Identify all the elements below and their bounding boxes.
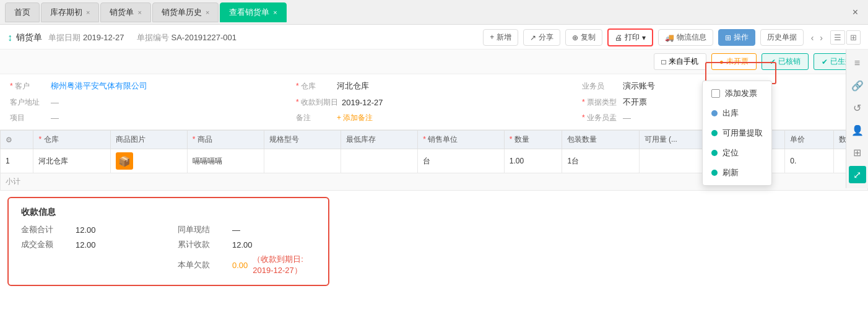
col-qty: 数量 (504, 131, 562, 149)
row-no: 1 (1, 149, 33, 173)
owed-row: 本单欠款 0.00 （收款到期日: 2019-12-27） (178, 254, 316, 276)
dropdown-outbound[interactable]: 出库 (703, 103, 771, 123)
payment-section: 收款信息 金额合计 12.00 同单现结 — 成交金额 12.00 累计收款 1… (7, 197, 329, 286)
total-received-row: 累计收款 12.00 (178, 239, 316, 250)
address-value: — (51, 98, 59, 107)
tab-home[interactable]: 首页 (5, 2, 40, 22)
row-qty: 1.00 (504, 149, 562, 173)
doc-no-value: SA-20191227-001 (171, 33, 237, 42)
grid-view-icon[interactable]: ⊞ (846, 30, 861, 45)
dropdown-available-qty[interactable]: 可用量提取 (703, 123, 771, 143)
sidebar-grid-icon[interactable]: ⊞ (849, 144, 866, 161)
customer-value[interactable]: 柳州粤港平安气体有限公司 (51, 80, 147, 92)
row-unit: 台 (418, 149, 504, 173)
col-img: 商品图片 (110, 131, 187, 149)
tab-close-sales[interactable]: × (137, 9, 141, 16)
address-field: 客户地址 — (10, 97, 286, 108)
tab-bar: 首页 库存期初 × 销货单 × 销货单历史 × 查看销货单 × × (0, 0, 868, 25)
product-image: 📦 (116, 152, 133, 170)
list-view-icon[interactable]: ☰ (830, 30, 845, 45)
doc-icon: ↕ (7, 32, 12, 43)
doc-date-value: 2019-12-27 (83, 33, 124, 42)
prev-arrow[interactable]: ‹ (809, 32, 817, 44)
project-value: — (51, 113, 59, 123)
row-pack-qty: 1台 (562, 149, 639, 173)
doc-header-row: ↕ 销货单 单据日期 2019-12-27 单据编号 SA-20191227-0… (0, 25, 868, 50)
sidebar-refresh-icon[interactable]: ↺ (849, 99, 866, 116)
tab-close-view[interactable]: × (273, 9, 277, 16)
dot-icon (711, 170, 718, 176)
sales2-value: — (623, 113, 631, 123)
from-phone-button[interactable]: □ 来自手机 (654, 53, 706, 70)
dropdown-refresh[interactable]: 刷新 (703, 163, 771, 183)
payment-grid: 金额合计 12.00 同单现结 — 成交金额 12.00 累计收款 12.00 … (21, 224, 316, 276)
doc-date: 单据日期 2019-12-27 (48, 32, 124, 43)
amount-value: 12.00 (76, 225, 96, 235)
copy-button[interactable]: ⊕ 复制 (565, 29, 602, 46)
col-settings[interactable]: ⚙ (1, 131, 33, 149)
sidebar-link-icon[interactable]: 🔗 (849, 77, 866, 94)
col-min-stock: 最低库存 (341, 131, 418, 149)
uninvoiced-button[interactable]: ● 未开票 (711, 53, 757, 70)
due-date-value: 2019-12-27 (342, 98, 383, 107)
col-price: 单价 (785, 131, 833, 149)
total-received-value: 12.00 (232, 240, 253, 250)
row-spec (264, 149, 341, 173)
next-arrow[interactable]: › (817, 32, 825, 44)
checkbox-icon (711, 89, 720, 98)
due-date-field: 收款到期日 2019-12-27 (296, 97, 572, 108)
payment-title: 收款信息 (21, 207, 316, 218)
share-button[interactable]: ↗ 分享 (523, 29, 560, 46)
dropdown-add-invoice[interactable]: 添加发票 (703, 84, 771, 103)
verified-button[interactable]: ✔ 已核销 (762, 53, 809, 70)
window-close-button[interactable]: × (848, 7, 863, 18)
col-product: 商品 (187, 131, 264, 149)
main-area: ↕ 销货单 单据日期 2019-12-27 单据编号 SA-20191227-0… (0, 25, 868, 330)
tab-close-inventory[interactable]: × (86, 9, 90, 16)
history-button[interactable]: 历史单据 (760, 29, 804, 46)
new-button[interactable]: + 新增 (483, 29, 518, 46)
doc-title: ↕ 销货单 (7, 32, 42, 43)
customer-field: 客户 柳州粤港平安气体有限公司 (10, 80, 286, 92)
deal-amount-row: 成交金额 12.00 (21, 239, 159, 250)
project-field: 项目 — (10, 113, 286, 123)
print-icon: 🖨 (615, 33, 622, 42)
ticket-value: 不开票 (623, 97, 647, 108)
add-note-button[interactable]: + 添加备注 (337, 113, 373, 123)
same-order-value: — (232, 225, 240, 235)
col-pack-qty: 包装数量 (562, 131, 639, 149)
same-order-row: 同单现结 — (178, 224, 316, 235)
sidebar-user-icon[interactable]: 👤 (849, 121, 866, 139)
status-bar: □ 来自手机 ● 未开票 ✔ 已核销 ✔ 已生效 (0, 50, 868, 74)
dot-icon (711, 110, 718, 116)
print-button[interactable]: 🖨 打印 ▾ (607, 28, 653, 46)
phone-icon: □ (662, 58, 666, 66)
tab-inventory-init[interactable]: 库存期初 × (41, 2, 99, 22)
col-spec: 规格型号 (264, 131, 341, 149)
row-warehouse: 河北仓库 (33, 149, 110, 173)
doc-no: 单据编号 SA-20191227-001 (137, 32, 237, 43)
row-price: 0. (785, 149, 833, 173)
tab-view-sales[interactable]: 查看销货单 × (220, 2, 286, 22)
ops-button[interactable]: ⊞ 操作 (718, 29, 755, 46)
tab-sales-order[interactable]: 销货单 × (100, 2, 150, 22)
deal-amount-value: 12.00 (76, 240, 96, 250)
nav-arrows: ‹ › (809, 32, 825, 44)
logistics-icon: 🚚 (665, 33, 674, 42)
grid-icon: ⊞ (725, 33, 731, 42)
dropdown-locate[interactable]: 定位 (703, 143, 771, 163)
warehouse-field: 仓库 河北仓库 (296, 80, 572, 92)
doc-meta: 单据日期 2019-12-27 单据编号 SA-20191227-001 (48, 32, 477, 43)
dot-icon (711, 130, 718, 136)
sidebar-edit-icon[interactable]: ≡ (849, 54, 866, 72)
col-warehouse: 仓库 (33, 131, 110, 149)
sidebar-fullscreen-icon[interactable]: ⤢ (849, 166, 866, 183)
check2-icon: ✔ (822, 58, 828, 66)
tab-close-history[interactable]: × (206, 9, 209, 16)
dot-icon (711, 150, 718, 156)
logistics-button[interactable]: 🚚 物流信息 (658, 29, 713, 46)
tab-sales-history[interactable]: 销货单历史 × (152, 2, 219, 22)
owed-value: 0.00 (232, 261, 248, 270)
owed-note: （收款到期日: 2019-12-27） (253, 254, 316, 276)
row-min-stock (341, 149, 418, 173)
